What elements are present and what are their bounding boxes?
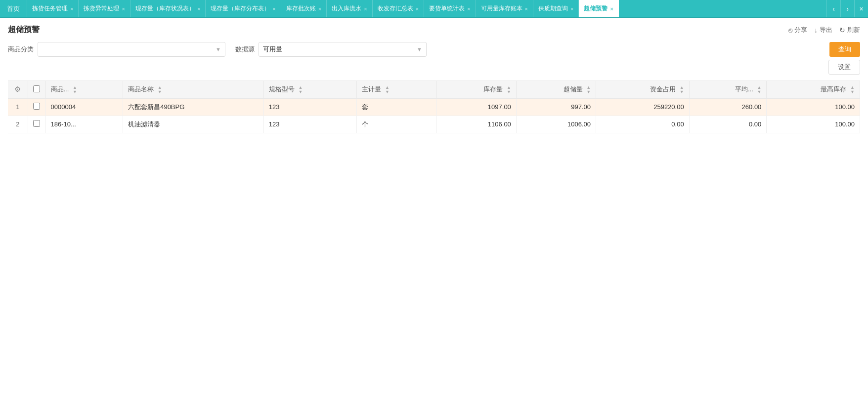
table-header-checkbox[interactable]: [28, 81, 45, 99]
nav-home[interactable]: 首页: [0, 0, 27, 18]
nav-tab-close-9[interactable]: ×: [570, 6, 573, 12]
nav-tab-5[interactable]: 出入库流水 ×: [327, 0, 372, 18]
nav-tab-close-7[interactable]: ×: [467, 6, 470, 12]
table-header-max-stock[interactable]: 最高库存 ▲▼: [767, 81, 860, 99]
table-header-capital[interactable]: 资金占用 ▲▼: [596, 81, 690, 99]
datasource-filter-label: 数据源: [235, 45, 255, 54]
row-product-name: 机油滤清器: [123, 116, 264, 133]
nav-tab-close-5[interactable]: ×: [364, 6, 367, 12]
row-spec: 123: [263, 116, 357, 133]
table-header-product-name-label: 商品名称: [128, 85, 154, 93]
table-row: 2 186-10... 机油滤清器 123 个 1106.00 1006.00 …: [8, 116, 860, 133]
refresh-button[interactable]: ↻ 刷新: [839, 26, 860, 35]
datasource-select[interactable]: 可用量 ▼: [259, 42, 427, 57]
row-overstock: 997.00: [516, 98, 596, 116]
nav-tab-1[interactable]: 拣货异常处理 ×: [79, 0, 130, 18]
nav-tab-close-0[interactable]: ×: [70, 6, 73, 12]
row-unit: 套: [357, 98, 436, 116]
nav-tab-10[interactable]: 超储预警 ×: [579, 0, 618, 18]
table-header-spec[interactable]: 规格型号 ▲▼: [263, 81, 357, 99]
table-header-unit[interactable]: 主计量 ▲▼: [357, 81, 436, 99]
nav-tab-label-10: 超储预警: [584, 4, 608, 13]
settings-button[interactable]: 设置: [828, 60, 860, 75]
nav-tab-0[interactable]: 拣货任务管理 ×: [27, 0, 79, 18]
nav-tab-close-10[interactable]: ×: [610, 6, 613, 12]
row-checkbox[interactable]: [33, 103, 40, 110]
nav-arrow-close[interactable]: ×: [854, 0, 868, 18]
table-header-gear[interactable]: ⚙: [8, 81, 28, 99]
table-header-stock-label: 库存量: [483, 85, 503, 93]
query-button[interactable]: 查询: [829, 42, 860, 57]
sort-arrows-product-code[interactable]: ▲▼: [73, 85, 77, 94]
nav-arrow-left[interactable]: ‹: [826, 0, 840, 18]
sort-arrows-max-stock[interactable]: ▲▼: [850, 85, 855, 94]
row-checkbox-cell[interactable]: [28, 98, 45, 116]
share-label: 分享: [794, 26, 807, 35]
sort-arrows-product-name[interactable]: ▲▼: [158, 85, 162, 94]
table-header-product-name[interactable]: 商品名称 ▲▼: [123, 81, 264, 99]
table-header-stock[interactable]: 库存量 ▲▼: [436, 81, 516, 99]
nav-tab-7[interactable]: 要货单统计表 ×: [424, 0, 476, 18]
table-header-avg-label: 平均...: [735, 85, 753, 93]
row-avg: 260.00: [689, 98, 767, 116]
nav-tab-label-7: 要货单统计表: [429, 4, 465, 13]
nav-tab-6[interactable]: 收发存汇总表 ×: [373, 0, 424, 18]
row-overstock: 1006.00: [516, 116, 596, 133]
row-product-code: 0000004: [45, 98, 123, 116]
page-content: 超储预警 ⎋ 分享 ↓ 导出 ↻ 刷新 商品分类 ▼: [0, 18, 868, 140]
category-select[interactable]: ▼: [38, 42, 225, 57]
nav-tab-close-2[interactable]: ×: [197, 6, 200, 12]
sort-arrows-avg[interactable]: ▲▼: [757, 85, 761, 94]
nav-tab-8[interactable]: 可用量库存账本 ×: [476, 0, 533, 18]
filter-row: 商品分类 ▼ 数据源 可用量 ▼: [8, 42, 427, 57]
nav-tab-label-9: 保质期查询: [538, 4, 568, 13]
row-checkbox-cell[interactable]: [28, 116, 45, 133]
nav-tab-close-3[interactable]: ×: [272, 6, 275, 12]
nav-tab-label-6: 收发存汇总表: [378, 4, 413, 13]
filter-category: 商品分类 ▼: [8, 42, 225, 57]
row-capital: 0.00: [596, 116, 690, 133]
nav-tab-close-8[interactable]: ×: [525, 6, 528, 12]
nav-tab-label-1: 拣货异常处理: [84, 4, 119, 13]
gear-icon[interactable]: ⚙: [14, 85, 21, 93]
share-button[interactable]: ⎋ 分享: [788, 26, 807, 35]
nav-tab-9[interactable]: 保质期查询 ×: [533, 0, 579, 18]
table-header-overstock-label: 超储量: [564, 85, 583, 93]
nav-tab-close-4[interactable]: ×: [318, 6, 321, 12]
select-all-checkbox[interactable]: [33, 85, 40, 92]
table-header-capital-label: 资金占用: [650, 85, 676, 93]
nav-tab-close-1[interactable]: ×: [122, 6, 125, 12]
data-table: ⚙ 商品... ▲▼ 商品名称 ▲▼ 规格型号 ▲▼ 主计: [8, 80, 860, 133]
refresh-icon: ↻: [839, 26, 845, 34]
nav-tab-2[interactable]: 现存量（库存状况表） ×: [130, 0, 206, 18]
top-navigation: 首页 拣货任务管理 × 拣货异常处理 × 现存量（库存状况表） × 现存量（库存…: [0, 0, 868, 18]
nav-arrows: ‹ › ×: [826, 0, 868, 18]
row-number: 2: [8, 116, 28, 133]
header-actions: ⎋ 分享 ↓ 导出 ↻ 刷新: [788, 26, 860, 35]
share-icon: ⎋: [788, 26, 792, 34]
chevron-down-icon-2: ▼: [417, 46, 422, 52]
nav-tab-3[interactable]: 现存量（库存分布表） ×: [206, 0, 281, 18]
nav-tab-close-6[interactable]: ×: [416, 6, 419, 12]
export-icon: ↓: [814, 26, 818, 34]
sort-arrows-capital[interactable]: ▲▼: [680, 85, 684, 94]
nav-tab-label-5: 出入库流水: [332, 4, 361, 13]
export-button[interactable]: ↓ 导出: [814, 26, 832, 35]
page-header: 超储预警 ⎋ 分享 ↓ 导出 ↻ 刷新: [8, 25, 860, 35]
table-header-overstock[interactable]: 超储量 ▲▼: [516, 81, 596, 99]
table-header-avg[interactable]: 平均... ▲▼: [689, 81, 767, 99]
row-stock: 1097.00: [436, 98, 516, 116]
row-checkbox[interactable]: [33, 120, 40, 127]
nav-tab-4[interactable]: 库存批次账 ×: [281, 0, 327, 18]
page-title: 超储预警: [8, 25, 40, 35]
table-header-product-code[interactable]: 商品... ▲▼: [45, 81, 123, 99]
sort-arrows-overstock[interactable]: ▲▼: [586, 85, 591, 94]
row-max-stock: 100.00: [767, 116, 860, 133]
sort-arrows-spec[interactable]: ▲▼: [298, 85, 303, 94]
row-capital: 259220.00: [596, 98, 690, 116]
row-number: 1: [8, 98, 28, 116]
nav-arrow-right[interactable]: ›: [840, 0, 854, 18]
sort-arrows-stock[interactable]: ▲▼: [507, 85, 511, 94]
sort-arrows-unit[interactable]: ▲▼: [385, 85, 390, 94]
row-max-stock: 100.00: [767, 98, 860, 116]
